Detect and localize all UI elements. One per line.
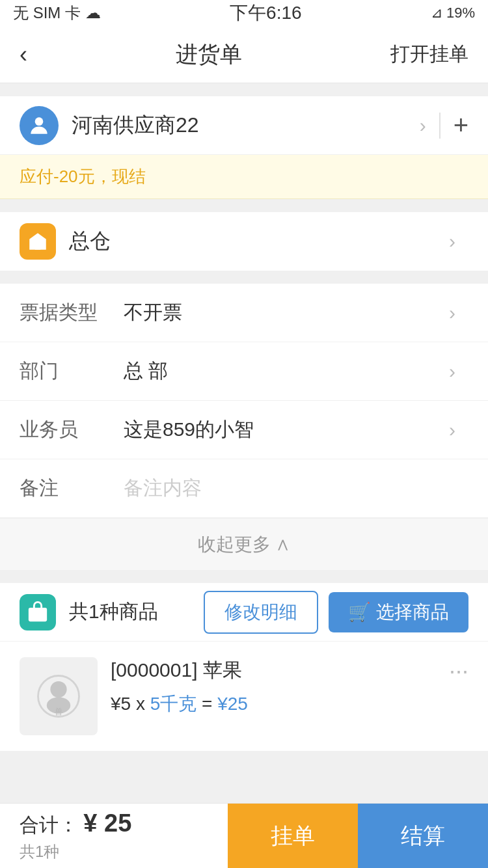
form-section: 票据类型 不开票 › 部门 总 部 › 业务员 这是859的小智 › 备注 备注… — [0, 284, 488, 518]
supplier-chevron-icon: › — [420, 115, 426, 137]
total-amount: ¥ 25 — [83, 809, 131, 837]
collapse-bar[interactable]: 收起更多 ∧ — [0, 518, 488, 570]
products-header: 共1种商品 修改明细 🛒 选择商品 — [0, 583, 488, 642]
dept-row[interactable]: 部门 总 部 › — [0, 342, 488, 401]
product-thumb-icon: 兽 — [36, 673, 81, 719]
item-total: ¥25 — [217, 694, 248, 714]
dept-chevron-icon: › — [449, 360, 455, 383]
supplier-row[interactable]: 河南供应商22 › + — [0, 96, 488, 155]
invoice-value: 不开票 — [117, 299, 449, 326]
product-price: ¥5 x 5千克 = ¥25 — [111, 692, 449, 716]
remark-label: 备注 — [20, 475, 117, 502]
gap-4 — [0, 570, 488, 583]
checkout-button[interactable]: 结算 — [358, 804, 488, 869]
product-info: [0000001] 苹果 ¥5 x 5千克 = ¥25 — [111, 657, 449, 716]
svg-rect-1 — [35, 242, 41, 249]
products-icon — [20, 594, 56, 631]
gap-3 — [0, 271, 488, 284]
warehouse-chevron-icon: › — [449, 230, 455, 252]
open-hang-button[interactable]: 打开挂单 — [390, 41, 468, 68]
collapse-label: 收起更多 ∧ — [198, 532, 291, 557]
supplier-name: 河南供应商22 — [72, 111, 420, 140]
svg-point-0 — [35, 117, 44, 126]
bottom-bar: 合计： ¥ 25 共1种 挂单 结算 — [0, 803, 488, 868]
total-section: 合计： ¥ 25 共1种 — [0, 809, 228, 862]
battery-percent: 19% — [446, 5, 475, 21]
price-separator: x — [136, 694, 150, 714]
status-left: 无 SIM 卡 ☁ — [13, 3, 101, 23]
gap-1 — [0, 83, 488, 96]
svg-rect-2 — [29, 607, 47, 621]
sales-chevron-icon: › — [449, 419, 455, 441]
supplier-divider — [439, 113, 441, 139]
warehouse-name: 总仓 — [69, 227, 449, 256]
add-supplier-button[interactable]: + — [454, 111, 468, 140]
home-icon — [27, 230, 49, 252]
sales-row[interactable]: 业务员 这是859的小智 › — [0, 401, 488, 459]
total-count: 共1种 — [20, 841, 208, 862]
total-label: 合计： — [20, 814, 78, 835]
invoice-label: 票据类型 — [20, 299, 117, 326]
battery-icon: ⊿ — [431, 5, 442, 21]
page-title: 进货单 — [176, 40, 242, 70]
edit-detail-button[interactable]: 修改明细 — [204, 591, 318, 634]
person-icon — [27, 113, 51, 138]
product-thumbnail: 兽 — [20, 657, 98, 735]
products-section: 共1种商品 修改明细 🛒 选择商品 兽 [0000001] 苹果 ¥5 — [0, 583, 488, 752]
status-bar: 无 SIM 卡 ☁ 下午6:16 ⊿ 19% — [0, 0, 488, 26]
total-amount-row: 合计： ¥ 25 — [20, 809, 208, 839]
equals-sign: = — [202, 694, 217, 714]
warehouse-section: 总仓 › — [0, 212, 488, 271]
gap-2 — [0, 199, 488, 212]
remark-input[interactable]: 备注内容 — [117, 475, 468, 502]
warehouse-row[interactable]: 总仓 › — [0, 212, 488, 271]
status-right: ⊿ 19% — [431, 5, 475, 21]
select-product-label: 选择商品 — [376, 600, 449, 625]
no-sim-text: 无 SIM 卡 ☁ — [13, 3, 101, 23]
svg-point-3 — [50, 681, 66, 698]
dept-value: 总 部 — [117, 358, 449, 385]
status-time: 下午6:16 — [230, 1, 302, 25]
nav-bar: ‹ 进货单 打开挂单 — [0, 26, 488, 83]
sales-label: 业务员 — [20, 416, 117, 443]
product-item: 兽 [0000001] 苹果 ¥5 x 5千克 = ¥25 ··· — [0, 642, 488, 752]
product-more-button[interactable]: ··· — [449, 657, 468, 685]
svg-text:兽: 兽 — [55, 707, 63, 716]
supplier-section: 河南供应商22 › + 应付-20元，现结 — [0, 96, 488, 199]
unit-price: ¥5 — [111, 694, 131, 714]
sales-value: 这是859的小智 — [117, 416, 449, 443]
select-product-button[interactable]: 🛒 选择商品 — [329, 592, 468, 632]
notice-bar: 应付-20元，现结 — [0, 155, 488, 199]
product-code: [0000001] — [111, 659, 197, 681]
supplier-avatar — [20, 106, 59, 145]
dept-label: 部门 — [20, 358, 117, 385]
remark-row[interactable]: 备注 备注内容 — [0, 459, 488, 518]
products-count: 共1种商品 — [69, 599, 204, 625]
select-product-icon: 🛒 — [348, 601, 371, 623]
product-title: 苹果 — [203, 659, 242, 681]
invoice-chevron-icon: › — [449, 302, 455, 324]
shopping-bag-icon — [27, 601, 49, 623]
warehouse-icon — [20, 223, 56, 260]
back-button[interactable]: ‹ — [20, 41, 27, 68]
product-name: [0000001] 苹果 — [111, 657, 449, 684]
hang-button[interactable]: 挂单 — [228, 804, 358, 869]
quantity: 5千克 — [150, 694, 197, 714]
invoice-row[interactable]: 票据类型 不开票 › — [0, 284, 488, 342]
